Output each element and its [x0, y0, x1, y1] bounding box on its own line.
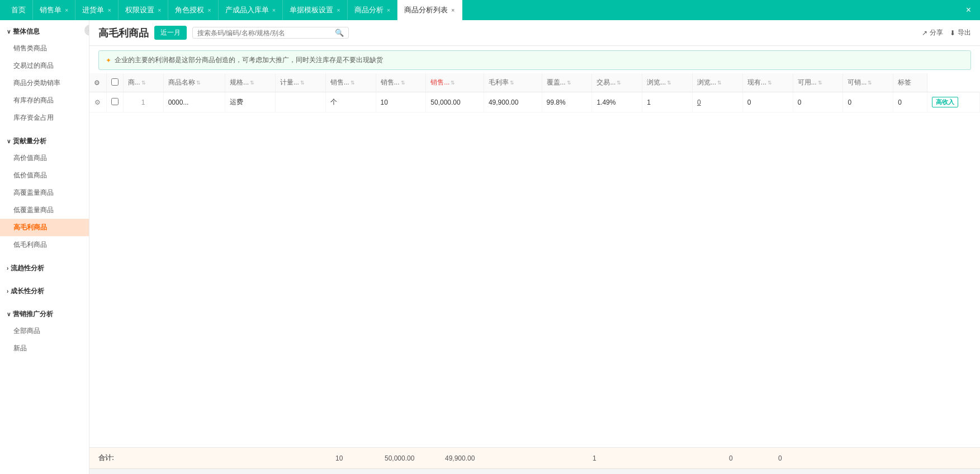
row-num: 1	[123, 92, 163, 112]
sidebar-item-low-margin[interactable]: 低毛利商品	[0, 236, 89, 254]
sort-name-icon: ⇅	[196, 80, 201, 86]
sort-sales-qty-icon: ⇅	[351, 80, 355, 86]
th-trade-count[interactable]: 交易...⇅	[592, 73, 642, 92]
search-box: 🔍	[192, 27, 349, 39]
table-body: ⚙ 1 0000... 运费 个 10 50,000.00 49,900.00 …	[89, 92, 980, 112]
th-coverage[interactable]: 覆盖...⇅	[542, 73, 592, 92]
section-growth-arrow: ›	[7, 288, 8, 294]
sort-sales-amount-icon: ⇅	[401, 80, 405, 86]
main-layout: « ∨ 整体信息 销售类商品 交易过的商品 商品分类助销率 有库存的商品 库存资…	[0, 20, 980, 474]
th-unit[interactable]: 计量...⇅	[275, 73, 325, 92]
period-button-month[interactable]: 近一月	[154, 26, 187, 40]
th-sales-profit[interactable]: 销售...⇅	[426, 73, 484, 92]
close-permission-tab[interactable]: ×	[158, 7, 161, 13]
th-code[interactable]: 商...⇅	[123, 73, 163, 92]
row-sellable-stock: 0	[893, 92, 927, 112]
sidebar-item-low-coverage[interactable]: 低覆盖量商品	[0, 201, 89, 219]
footer-sales-profit: 49,900.00	[445, 454, 501, 462]
th-available-stock[interactable]: 可用...⇅	[793, 73, 843, 92]
search-input[interactable]	[197, 29, 335, 37]
search-icon[interactable]: 🔍	[335, 29, 344, 37]
row-name: 运费	[225, 92, 276, 112]
sidebar-section-growth: › 成长性分析	[0, 280, 89, 303]
row-checkbox-cell	[106, 92, 123, 112]
data-table: ⚙ 商...⇅ 商品名称⇅ 规格...⇅ 计量...⇅ 销售...⇅ 销售...…	[89, 73, 980, 112]
row-view1[interactable]: 0	[693, 92, 743, 112]
sort-trade-icon: ⇅	[617, 80, 621, 86]
th-view2[interactable]: 浏览...⇅	[693, 73, 743, 92]
sidebar-item-all-goods[interactable]: 全部商品	[0, 322, 89, 340]
nav-item-home[interactable]: 首页	[4, 0, 33, 20]
sort-sales-profit-icon: ⇅	[451, 80, 455, 86]
th-name[interactable]: 商品名称⇅	[163, 73, 225, 92]
nav-item-product-analysis[interactable]: 商品分析 ×	[348, 0, 397, 20]
row-gross-margin: 99.8%	[542, 92, 592, 112]
sidebar-item-category-rate[interactable]: 商品分类助销率	[0, 74, 89, 92]
sidebar-section-trend-title[interactable]: › 流趋性分析	[0, 260, 89, 276]
sidebar-item-new-goods[interactable]: 新品	[0, 340, 89, 357]
row-tag: 高收入	[927, 92, 979, 112]
nav-item-template[interactable]: 单据模板设置 ×	[283, 0, 347, 20]
close-purchase-tab[interactable]: ×	[107, 7, 111, 13]
sidebar-item-high-value[interactable]: 高价值商品	[0, 149, 89, 167]
row-checkbox[interactable]	[111, 98, 119, 105]
nav-item-role[interactable]: 角色授权 ×	[168, 0, 218, 20]
close-product-analysis-list-tab[interactable]: ×	[451, 7, 455, 13]
sidebar-item-low-value[interactable]: 低价值商品	[0, 167, 89, 184]
close-all-tabs-button[interactable]: ×	[962, 5, 976, 15]
sort-view2-icon: ⇅	[717, 80, 722, 86]
section-contribution-arrow: ∨	[7, 138, 11, 144]
close-warehouse-tab[interactable]: ×	[272, 7, 276, 13]
nav-item-product-analysis-list[interactable]: 商品分析列表 ×	[397, 0, 462, 20]
close-role-tab[interactable]: ×	[207, 7, 211, 13]
sort-available-stock-icon: ⇅	[818, 80, 822, 86]
nav-item-sales[interactable]: 销售单 ×	[33, 0, 75, 20]
share-button[interactable]: ↗ 分享	[922, 28, 943, 37]
th-current-stock[interactable]: 现有...⇅	[742, 73, 793, 92]
share-icon: ↗	[922, 29, 927, 37]
sidebar-item-in-stock-goods[interactable]: 有库存的商品	[0, 92, 89, 109]
section-trend-arrow: ›	[7, 265, 8, 271]
row-sales-profit: 49,900.00	[484, 92, 542, 112]
nav-item-permission[interactable]: 权限设置 ×	[119, 0, 168, 20]
sort-code-icon: ⇅	[141, 80, 146, 86]
sidebar-section-contribution-title[interactable]: ∨ 贡献量分析	[0, 133, 89, 149]
sidebar-section-growth-title[interactable]: › 成长性分析	[0, 283, 89, 299]
sort-spec-icon: ⇅	[250, 80, 254, 86]
th-gross-margin[interactable]: 毛利率⇅	[484, 73, 542, 92]
bottom-scrollbar[interactable]	[89, 468, 980, 474]
sidebar-item-high-margin[interactable]: 高毛利商品	[0, 219, 89, 236]
sidebar-section-contribution: ∨ 贡献量分析 高价值商品 低价值商品 高覆盖量商品 低覆盖量商品 高毛利商品 …	[0, 130, 89, 257]
export-button[interactable]: ⬇ 导出	[950, 28, 971, 37]
sort-unit-icon: ⇅	[300, 80, 305, 86]
nav-item-warehouse[interactable]: 产成品入库单 ×	[219, 0, 283, 20]
th-settings[interactable]: ⚙	[89, 73, 106, 92]
th-spec[interactable]: 规格...⇅	[225, 73, 276, 92]
sidebar-section-overall-title[interactable]: ∨ 整体信息	[0, 24, 89, 40]
table-container: ⚙ 商...⇅ 商品名称⇅ 规格...⇅ 计量...⇅ 销售...⇅ 销售...…	[89, 73, 980, 447]
sidebar-item-stock-capital[interactable]: 库存资金占用	[0, 109, 89, 126]
th-sales-amount[interactable]: 销售...⇅	[376, 73, 426, 92]
row-settings[interactable]: ⚙	[89, 92, 106, 112]
close-product-analysis-tab[interactable]: ×	[387, 7, 390, 13]
th-sales-qty[interactable]: 销售...⇅	[325, 73, 376, 92]
sidebar-item-traded-goods[interactable]: 交易过的商品	[0, 57, 89, 74]
row-view2: 0	[742, 92, 793, 112]
sidebar-item-sales-goods[interactable]: 销售类商品	[0, 40, 89, 57]
th-view1[interactable]: 浏览...⇅	[642, 73, 693, 92]
content-header: 高毛利商品 近一月 🔍 ↗ 分享 ⬇ 导出	[89, 20, 980, 46]
info-banner: ✦ 企业的主要的利润都是这部分商品创造的，可考虑加大推广，同时关注库存是不要出现…	[98, 50, 971, 70]
tag-badge: 高收入	[932, 97, 958, 107]
close-template-tab[interactable]: ×	[337, 7, 340, 13]
select-all-checkbox[interactable]	[111, 78, 119, 86]
nav-item-purchase[interactable]: 进货单 ×	[75, 0, 118, 20]
th-tag[interactable]: 标签	[893, 73, 927, 92]
th-sellable-stock[interactable]: 可销...⇅	[843, 73, 893, 92]
top-nav: 首页 销售单 × 进货单 × 权限设置 × 角色授权 × 产成品入库单 × 单据…	[0, 0, 980, 20]
table-header-row: ⚙ 商...⇅ 商品名称⇅ 规格...⇅ 计量...⇅ 销售...⇅ 销售...…	[89, 73, 980, 92]
sidebar-section-trend: › 流趋性分析	[0, 257, 89, 280]
sidebar-section-marketing-title[interactable]: ∨ 营销推广分析	[0, 306, 89, 322]
sidebar-item-high-coverage[interactable]: 高覆盖量商品	[0, 184, 89, 201]
row-unit: 个	[325, 92, 376, 112]
close-sales-tab[interactable]: ×	[65, 7, 68, 13]
